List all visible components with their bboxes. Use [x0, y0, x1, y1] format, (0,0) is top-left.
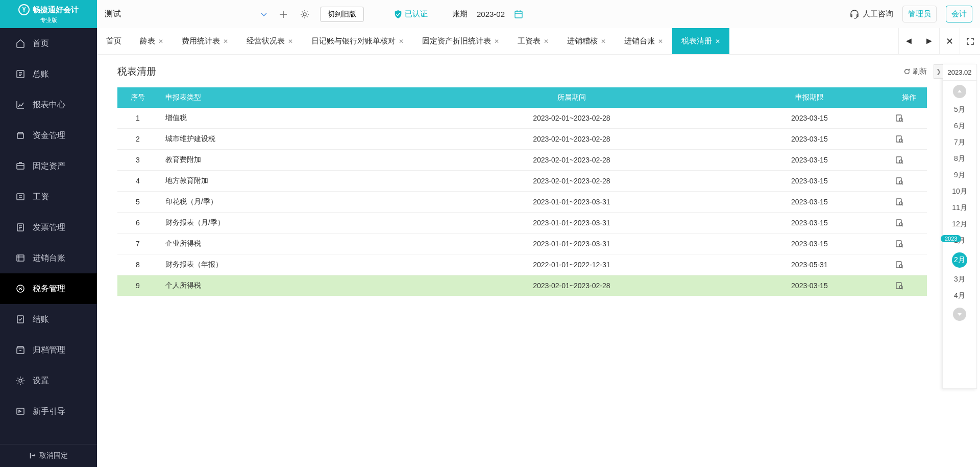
view-detail-icon[interactable] — [895, 156, 923, 164]
tab-close-icon[interactable]: ✕ — [544, 38, 549, 45]
tab-close-icon[interactable]: ✕ — [601, 38, 606, 45]
tab-close-icon[interactable]: ✕ — [715, 38, 720, 45]
month-item[interactable]: 10月 — [952, 187, 967, 196]
view-detail-icon[interactable] — [895, 177, 923, 185]
tab-8[interactable]: 进销台账✕ — [615, 28, 672, 54]
tax-icon — [15, 284, 26, 294]
tab-3[interactable]: 经营状况表✕ — [237, 28, 302, 54]
tab-0[interactable]: 首页 — [97, 28, 131, 54]
tab-2[interactable]: 费用统计表✕ — [173, 28, 237, 54]
admin-button[interactable]: 管理员 — [902, 6, 937, 22]
cell-period: 2022-01-01~2022-12-31 — [415, 254, 728, 275]
month-item[interactable]: 11月 — [952, 203, 967, 213]
cell-seq: 8 — [117, 254, 158, 275]
view-detail-icon[interactable] — [895, 135, 923, 143]
tab-5[interactable]: 固定资产折旧统计表✕ — [413, 28, 508, 54]
cell-period: 2023-02-01~2023-02-28 — [415, 275, 728, 296]
refresh-label: 刷新 — [913, 67, 927, 76]
month-item[interactable]: 4月 — [954, 291, 965, 300]
sidebar-item-invoice[interactable]: 发票管理 — [0, 212, 97, 243]
tab-scroll-right[interactable]: ► — [919, 28, 939, 54]
view-detail-icon[interactable] — [895, 114, 923, 122]
consult-button[interactable]: 人工咨询 — [849, 9, 893, 19]
month-item[interactable]: 5月 — [954, 105, 965, 114]
view-detail-icon[interactable] — [895, 219, 923, 227]
topbar: 测试 切到旧版 已认证 账期 2023-02 — [97, 0, 980, 28]
sidebar-item-tax[interactable]: 税务管理 — [0, 273, 97, 304]
table-row[interactable]: 9个人所得税2023-02-01~2023-02-282023-03-15 — [117, 275, 927, 296]
table-row[interactable]: 2城市维护建设税2023-02-01~2023-02-282023-03-15 — [117, 129, 927, 150]
tab-6[interactable]: 工资表✕ — [508, 28, 558, 54]
month-item[interactable]: 6月 — [954, 122, 965, 131]
cell-seq: 3 — [117, 150, 158, 171]
svg-rect-11 — [515, 11, 522, 18]
settings-gear-icon[interactable] — [299, 8, 311, 20]
sidebar-item-ledger[interactable]: 总账 — [0, 59, 97, 89]
sidebar-item-fund[interactable]: 资金管理 — [0, 120, 97, 151]
tab-close-icon[interactable]: ✕ — [158, 38, 163, 45]
tab-close-icon[interactable]: ✕ — [399, 38, 404, 45]
tab-close-icon[interactable]: ✕ — [223, 38, 228, 45]
month-up-arrow[interactable] — [953, 85, 966, 98]
sidebar-item-close[interactable]: 结账 — [0, 304, 97, 335]
chevron-down-icon — [260, 10, 268, 18]
tab-1[interactable]: 龄表✕ — [131, 28, 173, 54]
table-row[interactable]: 3教育费附加2023-02-01~2023-02-282023-03-15 — [117, 150, 927, 171]
cell-deadline: 2023-05-31 — [728, 254, 891, 275]
accounting-button[interactable]: 会计 — [946, 6, 972, 22]
page-title: 税表清册 — [117, 65, 156, 78]
table-row[interactable]: 5印花税（月/季）2023-01-01~2023-03-312023-03-15 — [117, 192, 927, 213]
tab-7[interactable]: 进销稽核✕ — [558, 28, 615, 54]
brand-name: 畅捷通好会计 — [33, 5, 79, 15]
view-detail-icon[interactable] — [895, 240, 923, 248]
sidebar-item-gear[interactable]: 设置 — [0, 365, 97, 396]
add-company-icon[interactable] — [277, 8, 289, 20]
sidebar-unpin-label: 取消固定 — [39, 451, 68, 460]
tab-close-icon[interactable]: ✕ — [288, 38, 293, 45]
month-item[interactable]: 2月 — [952, 252, 967, 268]
tab-9[interactable]: 税表清册✕ — [672, 28, 729, 54]
month-item[interactable]: 9月 — [954, 171, 965, 180]
month-item[interactable]: 3月 — [954, 275, 965, 284]
inout-icon — [15, 253, 26, 263]
fund-icon — [15, 130, 26, 141]
tab-4[interactable]: 日记账与银行对账单核对✕ — [302, 28, 413, 54]
cell-op — [891, 213, 927, 233]
view-detail-icon[interactable] — [895, 282, 923, 290]
view-detail-icon[interactable] — [895, 261, 923, 269]
cell-type: 印花税（月/季） — [158, 192, 415, 213]
month-item[interactable]: 8月 — [954, 154, 965, 164]
sidebar-item-guide[interactable]: 新手引导 — [0, 396, 97, 427]
month-item[interactable]: 7月 — [954, 138, 965, 147]
sidebar-unpin[interactable]: 取消固定 — [0, 444, 97, 467]
sidebar-item-chart[interactable]: 报表中心 — [0, 89, 97, 120]
sidebar-item-inout[interactable]: 进销台账 — [0, 243, 97, 273]
table-row[interactable]: 1增值税2023-02-01~2023-02-282023-03-15 — [117, 108, 927, 129]
month-panel-toggle[interactable]: ❯ — [934, 64, 943, 79]
switch-old-version-button[interactable]: 切到旧版 — [320, 7, 364, 22]
table-row[interactable]: 6财务报表（月/季）2023-01-01~2023-03-312023-03-1… — [117, 213, 927, 233]
sidebar-item-salary[interactable]: 工资 — [0, 181, 97, 212]
table-row[interactable]: 8财务报表（年报）2022-01-01~2022-12-312023-05-31 — [117, 254, 927, 275]
table-row[interactable]: 4地方教育附加2023-02-01~2023-02-282023-03-15 — [117, 171, 927, 192]
tab-close-icon[interactable]: ✕ — [658, 38, 663, 45]
tab-label: 工资表 — [518, 36, 541, 46]
tab-close-all[interactable]: ✕ — [939, 28, 960, 54]
cell-deadline: 2023-03-15 — [728, 129, 891, 150]
cell-type: 企业所得税 — [158, 233, 415, 254]
sidebar-item-home[interactable]: 首页 — [0, 28, 97, 59]
month-down-arrow[interactable] — [953, 308, 966, 321]
table-row[interactable]: 7企业所得税2023-01-01~2023-03-312023-03-15 — [117, 233, 927, 254]
cell-type: 财务报表（年报） — [158, 254, 415, 275]
view-detail-icon[interactable] — [895, 198, 923, 206]
calendar-icon[interactable] — [514, 10, 523, 19]
month-item[interactable]: 12月 — [952, 220, 967, 229]
fullscreen-icon[interactable] — [960, 28, 980, 54]
cell-deadline: 2023-03-15 — [728, 213, 891, 233]
sidebar-item-asset[interactable]: 固定资产 — [0, 151, 97, 181]
tab-scroll-left[interactable]: ◄ — [898, 28, 919, 54]
refresh-button[interactable]: 刷新 — [903, 67, 927, 76]
sidebar-item-archive[interactable]: 归档管理 — [0, 335, 97, 365]
tab-close-icon[interactable]: ✕ — [494, 38, 499, 45]
company-select[interactable]: 测试 — [105, 9, 268, 19]
